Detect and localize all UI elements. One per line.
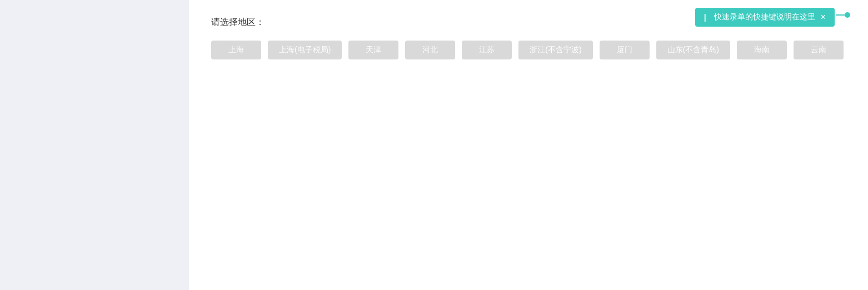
region-btn-shanghai-etax[interactable]: 上海(电子税局) (268, 41, 342, 59)
tooltip-dot (845, 12, 850, 18)
region-btn-hebei[interactable]: 河北 (405, 41, 455, 59)
region-buttons: 上海上海(电子税局)天津河北江苏浙江(不含宁波)厦门山东(不含青岛)海南云南 (211, 41, 846, 59)
region-btn-shandong[interactable]: 山东(不含青岛) (656, 41, 730, 59)
region-btn-tianjin[interactable]: 天津 (348, 41, 398, 59)
left-sidebar (0, 0, 189, 290)
region-btn-yunnan[interactable]: 云南 (794, 41, 844, 59)
main-content: 请选择地区： 上海上海(电子税局)天津河北江苏浙江(不含宁波)厦门山东(不含青岛… (189, 0, 868, 290)
region-btn-zhejiang[interactable]: 浙江(不含宁波) (518, 41, 592, 59)
region-btn-jiangsu[interactable]: 江苏 (462, 41, 512, 59)
tooltip-close-button[interactable]: × (821, 13, 826, 22)
tooltip-banner: 快速录单的快捷键说明在这里 × (695, 8, 835, 27)
region-btn-shanghai[interactable]: 上海 (211, 41, 261, 59)
tooltip-text: 快速录单的快捷键说明在这里 (714, 12, 815, 22)
region-btn-hainan[interactable]: 海南 (737, 41, 787, 59)
region-btn-xiamen[interactable]: 厦门 (600, 41, 650, 59)
